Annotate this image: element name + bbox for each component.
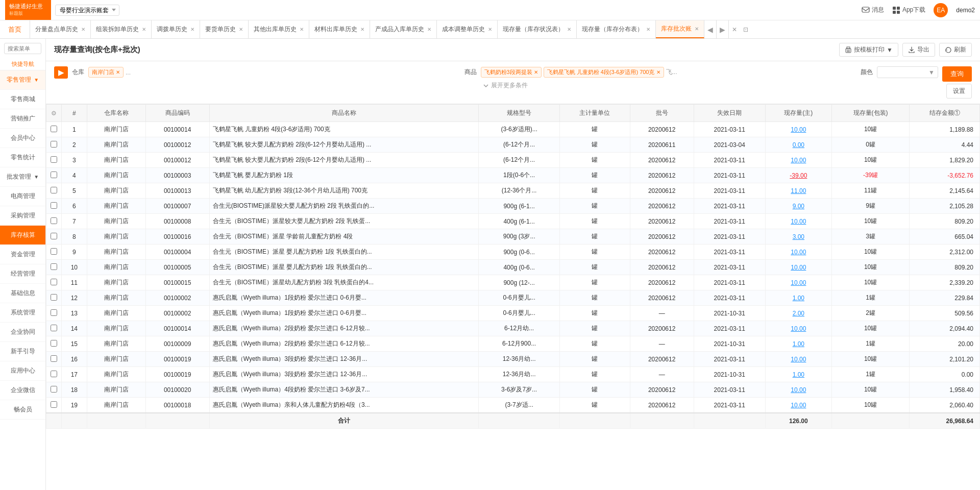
tab-chanchenpin[interactable]: 产成品入库单历史 ✕ — [370, 20, 437, 38]
sidebar-item-xitong[interactable]: 系统管理 — [0, 303, 45, 323]
col-settings[interactable]: ⚙ — [46, 105, 62, 122]
tab-kucun-pici[interactable]: 库存批次账 ✕ — [656, 20, 704, 38]
row-checkbox[interactable] — [46, 199, 62, 214]
row-checkbox[interactable] — [46, 382, 62, 398]
tab-close-kucun-pici[interactable]: ✕ — [695, 26, 699, 32]
tab-xiancun-fengbu[interactable]: 现存量（库存分布表） ✕ — [577, 20, 656, 38]
row-stock-main[interactable]: 10.00 — [765, 214, 831, 229]
product-tag-1-close[interactable]: ✕ — [534, 69, 538, 75]
row-stock-main[interactable]: 11.00 — [765, 183, 831, 199]
sidebar-item-changhuyuan[interactable]: 畅会员 — [0, 400, 45, 420]
row-stock-main[interactable]: 9.00 — [765, 199, 831, 214]
sidebar-item-yingxiaotuiguang[interactable]: 营销推广 — [0, 109, 45, 129]
tab-prev-btn[interactable]: ◀ — [704, 20, 717, 38]
product-tag-2-close[interactable]: ✕ — [656, 69, 660, 75]
tab-close-cailiao[interactable]: ✕ — [360, 27, 364, 32]
row-checkbox[interactable] — [46, 168, 62, 183]
row-stock-main[interactable]: 1.00 — [765, 290, 831, 306]
sidebar-item-xinshouyindao[interactable]: 新手引导 — [0, 342, 45, 361]
row-checkbox[interactable] — [46, 122, 62, 137]
row-stock-main[interactable]: 10.00 — [765, 352, 831, 367]
row-checkbox[interactable] — [46, 398, 62, 413]
sidebar-item-zijin[interactable]: 资金管理 — [0, 245, 45, 264]
tab-close-chengbentiaozeng[interactable]: ✕ — [488, 27, 492, 32]
sidebar-item-qiyeweixin[interactable]: 企业微信 — [0, 381, 45, 400]
template-print-btn[interactable]: 按模板打印 ▼ — [839, 43, 898, 57]
row-checkbox[interactable] — [46, 352, 62, 367]
row-stock-main[interactable]: 10.00 — [765, 260, 831, 275]
row-stock-main[interactable]: 10.00 — [765, 244, 831, 260]
tab-more-btn[interactable]: ✕ — [729, 20, 740, 38]
row-stock-main[interactable]: 10.00 — [765, 122, 831, 137]
tab-close-diaoboh[interactable]: ✕ — [190, 27, 194, 32]
sidebar-nav-btn[interactable]: 快捷导航 — [0, 58, 45, 70]
row-checkbox[interactable] — [46, 153, 62, 168]
row-checkbox[interactable] — [46, 321, 62, 336]
tab-next-btn[interactable]: ▶ — [717, 20, 729, 38]
tab-chengbentiaozeng[interactable]: 成本调整单历史 ✕ — [437, 20, 498, 38]
row-stock-main[interactable]: 1.00 — [765, 367, 831, 382]
tab-yaohuo[interactable]: 要货单历史 ✕ — [200, 20, 249, 38]
row-checkbox[interactable] — [46, 290, 62, 306]
tab-fullscreen-btn[interactable]: ⊡ — [740, 20, 751, 38]
sidebar-item-dianshang[interactable]: 电商管理 — [0, 187, 45, 206]
sidebar-item-kucunhesuan[interactable]: 库存核算 — [0, 226, 45, 245]
export-btn[interactable]: 导出 — [902, 43, 935, 57]
tab-close-fenliang[interactable]: ✕ — [81, 27, 85, 32]
sidebar-item-lingshoushangcheng[interactable]: 零售商城 — [0, 90, 45, 109]
table-container[interactable]: ⚙ # 仓库名称 商品编码 商品名称 规格型号 主计量单位 批号 失效日期 现存… — [46, 104, 980, 490]
search-input[interactable] — [4, 43, 41, 54]
tab-close-qitachuku[interactable]: ✕ — [300, 27, 304, 32]
sidebar-item-lingshoututji[interactable]: 零售统计 — [0, 148, 45, 167]
sidebar-item-lingshouguanli[interactable]: 零售管理 ▼ — [0, 70, 45, 90]
query-btn[interactable]: 查询 — [942, 66, 972, 82]
product-more[interactable]: 飞... — [666, 68, 677, 77]
row-checkbox[interactable] — [46, 367, 62, 382]
sidebar-item-qiyexietong[interactable]: 企业协同 — [0, 323, 45, 342]
row-checkbox[interactable] — [46, 137, 62, 153]
sidebar-item-huiyuanzhongxin[interactable]: 会员中心 — [0, 129, 45, 148]
row-checkbox[interactable] — [46, 183, 62, 199]
row-checkbox[interactable] — [46, 229, 62, 244]
tab-qitachuku[interactable]: 其他出库单历史 ✕ — [249, 20, 309, 38]
company-select[interactable]: 母婴行业演示账套 — [55, 5, 119, 16]
settings-btn[interactable]: 设置 — [946, 84, 972, 99]
row-stock-main[interactable]: 3.00 — [765, 229, 831, 244]
tab-diaoboh[interactable]: 调拨单历史 ✕ — [152, 20, 200, 38]
tab-close-zuzhichai[interactable]: ✕ — [142, 27, 146, 32]
tab-close-xiancun-zhuangtai[interactable]: ✕ — [567, 27, 571, 32]
tab-close-chanchenpin[interactable]: ✕ — [427, 27, 431, 32]
row-stock-main[interactable]: 10.00 — [765, 275, 831, 290]
sidebar-item-jingying[interactable]: 经营管理 — [0, 264, 45, 284]
row-checkbox[interactable] — [46, 260, 62, 275]
warehouse-tag-close[interactable]: ✕ — [116, 69, 120, 75]
sidebar-item-caigou[interactable]: 采购管理 — [0, 206, 45, 226]
tab-zuzhichai[interactable]: 组装拆卸单历史 ✕ — [91, 20, 152, 38]
row-stock-main[interactable]: 10.00 — [765, 321, 831, 336]
row-checkbox[interactable] — [46, 275, 62, 290]
row-stock-main[interactable]: 2.00 — [765, 306, 831, 321]
row-stock-main[interactable]: -39.00 — [765, 168, 831, 183]
row-stock-main[interactable]: 10.00 — [765, 382, 831, 398]
expand-more-btn[interactable]: 展开更多条件 — [72, 81, 938, 90]
row-checkbox[interactable] — [46, 336, 62, 352]
message-btn[interactable]: 消息 — [862, 6, 884, 14]
tab-xiancun-zhuangtai[interactable]: 现存量（库存状况表） ✕ — [498, 20, 577, 38]
sidebar-item-yingyongzhongxin[interactable]: 应用中心 — [0, 361, 45, 381]
tab-close-yaohuo[interactable]: ✕ — [239, 27, 243, 32]
row-stock-main[interactable]: 1.00 — [765, 336, 831, 352]
tab-cailiao[interactable]: 材料出库单历史 ✕ — [309, 20, 370, 38]
sidebar-item-jichu[interactable]: 基础信息 — [0, 284, 45, 303]
tab-close-xiancun-fengbu[interactable]: ✕ — [646, 27, 650, 32]
row-stock-main[interactable]: 0.00 — [765, 137, 831, 153]
row-checkbox[interactable] — [46, 214, 62, 229]
filter-expand-btn[interactable]: ▶ — [54, 66, 68, 79]
row-stock-main[interactable]: 10.00 — [765, 153, 831, 168]
tab-fenliang[interactable]: 分量盘点单历史 ✕ — [30, 20, 91, 38]
tab-home[interactable]: 首页 — [0, 20, 30, 38]
settings-icon[interactable]: ⚙ — [51, 110, 57, 117]
row-stock-main[interactable]: 10.00 — [765, 398, 831, 413]
row-checkbox[interactable] — [46, 306, 62, 321]
app-download-btn[interactable]: App下载 — [892, 6, 925, 14]
refresh-btn[interactable]: 刷新 — [939, 43, 972, 57]
